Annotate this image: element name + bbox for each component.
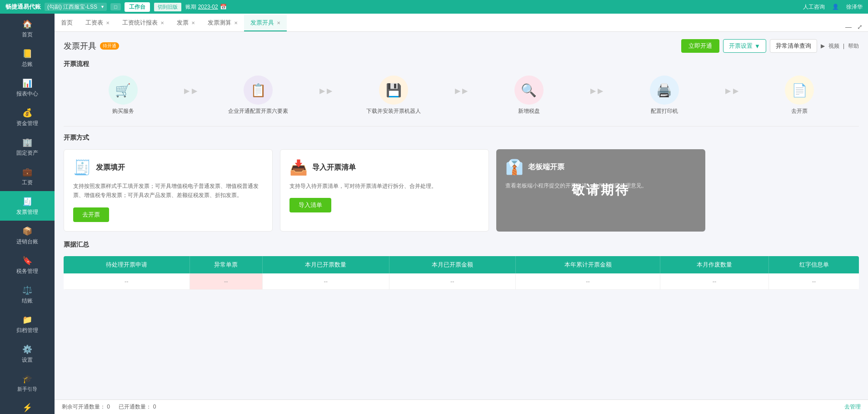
sidebar-item-settlement[interactable]: ⚖️ 结账 — [0, 280, 55, 309]
help-views-icon: ▶ — [821, 43, 825, 49]
tab-salary-report[interactable]: 工资统计报表 ✕ — [116, 15, 170, 31]
old-version-button[interactable]: 切到旧版 — [154, 2, 182, 12]
process-step-issue: 📄 去开票 — [740, 76, 859, 115]
summary-header-red-info: 红字信息单 — [769, 256, 859, 273]
period-value[interactable]: 2023-02 — [198, 4, 218, 10]
sidebar: 🏠 首页 📒 总账 📊 报表中心 💰 资金管理 🏢 固定资产 💼 工资 🧾 发票… — [0, 14, 55, 414]
process-step-tax: 🔍 新增税盘 — [469, 76, 588, 115]
company-selector[interactable]: (勾副) 江西服宝-LSS — [45, 3, 107, 11]
user-avatar: 👤 — [832, 4, 839, 10]
sidebar-item-tax[interactable]: 🔖 税务管理 — [0, 250, 55, 280]
process-label-issue: 去开票 — [791, 107, 808, 115]
ledger-icon: 📒 — [22, 49, 32, 59]
tab-salary-report-close[interactable]: ✕ — [160, 20, 164, 25]
tab-invoice-issue[interactable]: 发票开具 ✕ — [244, 15, 287, 31]
settlement-icon: ⚖️ — [22, 285, 32, 295]
sidebar-label-invoice: 发票管理 — [16, 208, 38, 216]
method-card-import-title: 📥 导入开票清单 — [289, 159, 479, 176]
process-label-download: 下载并安装开票机器人 — [366, 107, 421, 115]
import-list-button[interactable]: 导入清单 — [289, 198, 331, 212]
open-settings-label: 开票设置 — [729, 42, 753, 50]
app-logo: 畅捷通易代账 — [5, 3, 41, 11]
tab-invoice-list-close[interactable]: ✕ — [191, 20, 195, 25]
assets-icon: 🏢 — [22, 137, 32, 147]
tab-invoice-list[interactable]: 发票 ✕ — [170, 15, 201, 31]
copy-button[interactable]: □ — [110, 3, 121, 10]
sidebar-item-member[interactable]: ⚡ 畅会员 — [0, 397, 55, 414]
summary-cell-red-info: -- — [769, 273, 859, 290]
sidebar-item-archive[interactable]: 📁 归档管理 — [0, 309, 55, 339]
sidebar-item-newbie[interactable]: 🎓 新手引导 — [0, 369, 55, 397]
period-icon[interactable]: 📅 — [220, 4, 227, 10]
goto-issue-button[interactable]: 去开票 — [73, 207, 109, 222]
method-cards: 🧾 发票填开 支持按照发票样式手工填开发票；可开具增值税电子普通发票、增值税普通… — [64, 149, 859, 232]
help-views-label[interactable]: 视频 — [828, 42, 839, 50]
remaining-value: 0 — [107, 404, 110, 410]
help-docs-label[interactable]: 帮助 — [848, 42, 859, 50]
sidebar-label-assets: 固定资产 — [16, 149, 38, 157]
user-name[interactable]: 徐泽华 — [846, 3, 863, 11]
tab-salary-table[interactable]: 工资表 ✕ — [79, 15, 116, 31]
tab-minimize-button[interactable]: — — [843, 22, 853, 31]
process-circle-printer: 🖨️ — [650, 76, 679, 105]
process-row: 🛒 购买服务 ▶ ▶ 📋 企业开通配置开票六要素 ▶ ▶ 💾 下载并安装开票机器… — [64, 76, 859, 115]
invoice-icon: 🧾 — [22, 197, 32, 207]
sidebar-label-home: 首页 — [22, 31, 33, 39]
method-card-manual: 🧾 发票填开 支持按照发票样式手工填开发票；可开具增值税电子普通发票、增值税普通… — [64, 149, 273, 232]
period-label: 账期 — [185, 3, 196, 11]
tab-invoice-calc[interactable]: 发票测算 ✕ — [201, 15, 244, 31]
opened-value: 0 — [153, 404, 156, 410]
page-title-row: 发票开具 待开通 立即开通 开票设置 ▼ 异常清单查询 ▶ 视频 | 帮助 — [64, 39, 859, 53]
page-title-actions: 立即开通 开票设置 ▼ 异常清单查询 ▶ 视频 | 帮助 — [681, 39, 859, 53]
open-settings-button[interactable]: 开票设置 ▼ — [723, 39, 766, 53]
summary-cell-pending: -- — [64, 273, 190, 290]
manage-link[interactable]: 去管理 — [844, 403, 861, 411]
tab-salary-report-label: 工资统计报表 — [122, 19, 158, 27]
consult-button[interactable]: 人工咨询 — [803, 3, 825, 11]
sidebar-label-ledger: 总账 — [22, 61, 33, 68]
home-icon: 🏠 — [22, 19, 32, 29]
tab-home-label: 首页 — [61, 19, 73, 27]
workspace-button[interactable]: 工作台 — [125, 2, 150, 12]
summary-cell-month-amount: -- — [389, 273, 516, 290]
process-arrow-5: ▶ ▶ — [725, 86, 738, 104]
sidebar-label-newbie: 新手引导 — [17, 386, 37, 393]
sidebar-label-settings: 设置 — [22, 356, 33, 364]
main-layout: 🏠 首页 📒 总账 📊 报表中心 💰 资金管理 🏢 固定资产 💼 工资 🧾 发票… — [0, 14, 868, 414]
summary-cell-abnormal: -- — [190, 273, 262, 290]
member-icon: ⚡ — [22, 403, 32, 413]
method-card-manual-icon: 🧾 — [73, 159, 91, 176]
sidebar-label-purchase: 进销台账 — [16, 238, 38, 246]
process-label-config: 企业开通配置开票六要素 — [228, 107, 288, 115]
sidebar-item-ledger[interactable]: 📒 总账 — [0, 43, 55, 73]
abnormal-query-button[interactable]: 异常清单查询 — [770, 39, 817, 53]
tab-invoice-issue-close[interactable]: ✕ — [277, 20, 280, 25]
sidebar-item-settings[interactable]: ⚙️ 设置 — [0, 339, 55, 369]
sidebar-label-settlement: 结账 — [22, 297, 33, 305]
tab-home[interactable]: 首页 — [55, 15, 79, 31]
open-now-button[interactable]: 立即开通 — [681, 39, 719, 53]
sidebar-item-reports[interactable]: 📊 报表中心 — [0, 73, 55, 102]
method-card-manual-desc: 支持按照发票样式手工填开发票；可开具增值税电子普通发票、增值税普通发票、增值税专… — [73, 182, 263, 200]
sidebar-item-assets[interactable]: 🏢 固定资产 — [0, 132, 55, 162]
sidebar-item-invoice[interactable]: 🧾 发票管理 — [0, 191, 55, 221]
page-content: 发票开具 待开通 立即开通 开票设置 ▼ 异常清单查询 ▶ 视频 | 帮助 — [55, 32, 868, 399]
sidebar-label-salary: 工资 — [22, 179, 33, 187]
process-section-title: 开票流程 — [64, 60, 859, 68]
company-dropdown[interactable]: (勾副) 江西服宝-LSS — [45, 3, 107, 11]
status-bar: 剩余可开通数量： 0 已开通数量： 0 去管理 — [55, 399, 868, 414]
summary-table: 待处理开票申请 异常单票 本月已开票数量 本月已开票金额 本年累计开票金额 本月… — [64, 256, 859, 290]
tab-salary-table-close[interactable]: ✕ — [106, 20, 110, 25]
tab-maximize-button[interactable]: ⤢ — [855, 22, 864, 31]
method-card-import-icon: 📥 — [289, 159, 308, 176]
content-area: 首页 工资表 ✕ 工资统计报表 ✕ 发票 ✕ 发票测算 ✕ 发票开具 ✕ — [55, 14, 868, 414]
sidebar-item-purchase[interactable]: 📦 进销台账 — [0, 221, 55, 250]
sidebar-item-funds[interactable]: 💰 资金管理 — [0, 102, 55, 132]
sidebar-item-home[interactable]: 🏠 首页 — [0, 14, 55, 43]
process-step-download: 💾 下载并安装开票机器人 — [334, 76, 453, 115]
tab-invoice-calc-close[interactable]: ✕ — [234, 20, 238, 25]
process-circle-buy: 🛒 — [109, 76, 138, 105]
coming-soon-overlay: 敬请期待 — [496, 149, 705, 232]
method-card-import-desc: 支持导入待开票清单，可对待开票清单进行拆分、合并处理。 — [289, 182, 479, 191]
sidebar-item-salary[interactable]: 💼 工资 — [0, 162, 55, 191]
